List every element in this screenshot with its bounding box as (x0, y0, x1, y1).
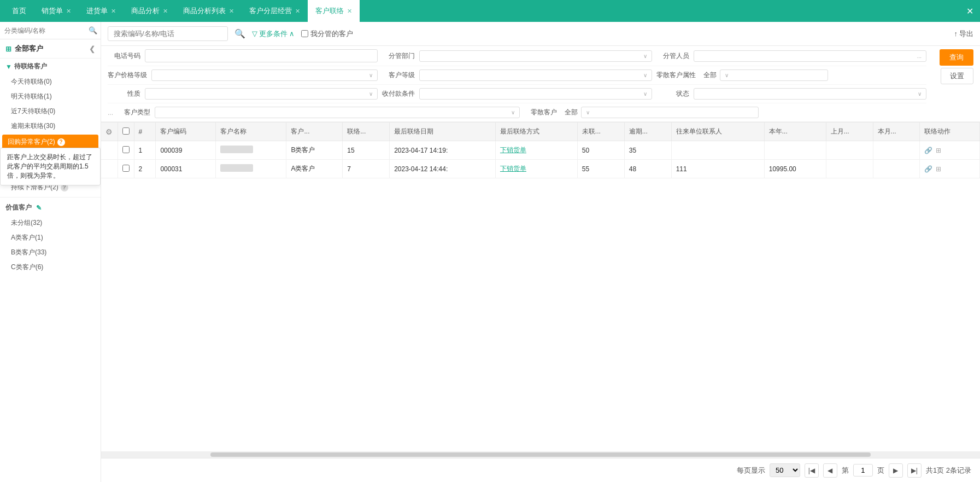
next-page-button[interactable]: ▶ (889, 463, 903, 478)
settings-button[interactable]: 设置 (941, 68, 973, 84)
th-last-month[interactable]: 上月... (826, 123, 873, 141)
th-this-year[interactable]: 本年... (764, 123, 826, 141)
close-product-list-icon[interactable]: ✕ (229, 8, 234, 15)
my-customer-checkbox-area[interactable]: 我分管的客户 (301, 29, 353, 39)
retail-customer-chevron: ∨ (586, 109, 590, 115)
th-settings[interactable]: ⚙ (101, 123, 118, 141)
th-unlinked[interactable]: 未联... (577, 123, 624, 141)
price-grade-chevron: ∨ (369, 72, 373, 78)
sidebar-item-today[interactable]: 今天待联络(0) (0, 74, 101, 89)
export-icon: ↑ (954, 30, 958, 38)
page-input[interactable] (853, 464, 873, 477)
prev-page-button[interactable]: ◀ (823, 463, 837, 478)
row2-checkbox[interactable] (122, 165, 130, 172)
th-this-month[interactable]: 本月... (873, 123, 920, 141)
retail-customer-select[interactable]: ∨ (581, 107, 759, 118)
sidebar-item-repurchase-anomaly[interactable]: 回购异常客户(2) ? (2, 135, 98, 149)
nav-item-product-analysis[interactable]: 商品分析 ✕ (124, 0, 175, 22)
nav-item-home[interactable]: 首页 (4, 0, 34, 22)
last-page-button[interactable]: ▶| (907, 463, 922, 478)
th-last-date[interactable]: 最后联络日期 (390, 123, 496, 141)
sidebar-item-7days[interactable]: 近7天待联络(0) (0, 104, 101, 119)
nav-item-sales[interactable]: 销货单 ✕ (34, 0, 79, 22)
th-overdue[interactable]: 逾期... (624, 123, 671, 141)
row1-contact-person (671, 141, 764, 160)
my-customer-checkbox[interactable] (301, 30, 308, 37)
sidebar-item-tomorrow[interactable]: 明天待联络(1) (0, 89, 101, 104)
nav-item-customer-contact[interactable]: 客户联络 ✕ (308, 0, 360, 22)
select-all-checkbox[interactable] (122, 127, 130, 135)
retail-customer-value: 全部 (565, 108, 578, 117)
nature-select[interactable]: ∨ (145, 88, 378, 100)
row1-last-month (826, 141, 873, 160)
customer-grade-select[interactable]: ∨ (419, 69, 652, 81)
filter-cell-phone: 电话号码 (108, 49, 378, 62)
more-conditions-button[interactable]: ▽ 更多条件 ∧ (252, 29, 295, 39)
price-grade-select[interactable]: ∨ (151, 69, 378, 81)
close-customer-tier-icon[interactable]: ✕ (295, 8, 300, 15)
close-sales-icon[interactable]: ✕ (66, 8, 71, 15)
row1-last-method[interactable]: 下销货单 (495, 141, 577, 160)
search-input[interactable] (108, 26, 228, 41)
retail-customer-label: 零散客户 (524, 108, 557, 117)
row1-actions[interactable]: 🔗 ⊞ (920, 141, 980, 160)
close-all-button[interactable]: ✕ (966, 6, 973, 16)
top-nav: 首页 销货单 ✕ 进货单 ✕ 商品分析 ✕ 商品分析列表 ✕ 客户分层经营 ✕ … (0, 0, 980, 22)
person-select[interactable]: ... (694, 50, 926, 62)
all-customers-header[interactable]: ⊞ 全部客户 ❮ (0, 39, 101, 59)
search-button[interactable]: 🔍 (234, 28, 245, 39)
sidebar-item-ungrouped[interactable]: 未分组(32) (0, 216, 101, 230)
nav-item-product-list[interactable]: 商品分析列表 ✕ (175, 0, 242, 22)
th-code[interactable]: 客户编码 (156, 123, 215, 141)
chevron-up-icon: ∧ (289, 30, 295, 38)
collapse-icon[interactable]: ❮ (89, 45, 95, 53)
row2-actions[interactable]: 🔗 ⊞ (920, 160, 980, 178)
nav-item-purchase[interactable]: 进货单 ✕ (79, 0, 124, 22)
row1-link-icon[interactable]: 🔗 (924, 147, 932, 154)
nav-item-customer-tier[interactable]: 客户分层经营 ✕ (242, 0, 308, 22)
sidebar-item-class-b[interactable]: B类客户(33) (0, 245, 101, 260)
status-chevron: ∨ (918, 91, 922, 97)
sidebar-search-input[interactable] (4, 27, 86, 34)
row1-checkbox[interactable] (122, 146, 130, 153)
sidebar-group-pending[interactable]: ▼ 待联络客户 (0, 59, 101, 74)
dept-select[interactable]: ∨ (419, 50, 652, 62)
sidebar-item-overdue[interactable]: 逾期未联络(30) (0, 119, 101, 133)
filter-cell-nature: 性质 ∨ (108, 88, 378, 100)
horizontal-scrollbar[interactable] (101, 451, 980, 458)
payment-select[interactable]: ∨ (419, 88, 652, 100)
row1-last-date: 2023-04-17 14:19: (390, 141, 496, 160)
sidebar-search-icon[interactable]: 🔍 (89, 26, 97, 34)
th-contact-person[interactable]: 往来单位联系人 (671, 123, 764, 141)
gear-icon[interactable]: ⚙ (105, 127, 113, 136)
per-page-select[interactable]: 50 100 200 (770, 463, 800, 477)
sidebar-item-class-c[interactable]: C类客户(6) (0, 260, 101, 275)
sidebar-item-class-a[interactable]: A类客户(1) (0, 230, 101, 245)
row2-overdue: 48 (624, 160, 671, 178)
th-last-method[interactable]: 最后联络方式 (495, 123, 577, 141)
dept-chevron-icon: ∨ (643, 53, 647, 59)
close-purchase-icon[interactable]: ✕ (111, 8, 116, 15)
export-button[interactable]: ↑ 导出 (954, 29, 974, 39)
th-name[interactable]: 客户名称 (215, 123, 286, 141)
th-checkbox[interactable] (118, 123, 134, 141)
close-product-analysis-icon[interactable]: ✕ (163, 8, 168, 15)
query-button[interactable]: 查询 (940, 49, 973, 66)
phone-input[interactable] (145, 49, 378, 62)
edit-icon[interactable]: ✎ (36, 204, 42, 212)
first-page-button[interactable]: |◀ (805, 463, 819, 478)
status-select[interactable]: ∨ (694, 88, 926, 100)
help-icon[interactable]: ? (57, 138, 65, 146)
row1-grid-icon[interactable]: ⊞ (936, 147, 941, 154)
row2-grid-icon[interactable]: ⊞ (936, 165, 941, 173)
retail-attr-select[interactable]: ∨ (720, 69, 828, 81)
row2-last-date: 2023-04-12 14:44: (390, 160, 496, 178)
th-customer-type[interactable]: 客户... (286, 123, 343, 141)
row2-link-icon[interactable]: 🔗 (924, 165, 932, 173)
scroll-thumb[interactable] (210, 452, 871, 457)
row2-last-method[interactable]: 下销货单 (495, 160, 577, 178)
filter-cell-price-grade: 客户价格等级 ∨ (108, 69, 378, 81)
th-contact[interactable]: 联络... (343, 123, 390, 141)
customer-type-select[interactable]: ∨ (155, 107, 520, 118)
close-customer-contact-icon[interactable]: ✕ (347, 8, 352, 15)
